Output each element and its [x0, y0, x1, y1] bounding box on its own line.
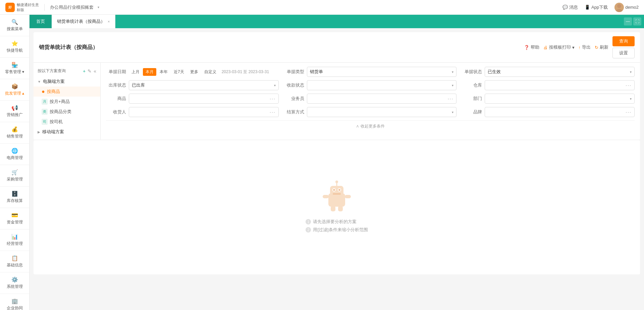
- filter-warehouse: 仓库 ···: [462, 80, 635, 90]
- ecommerce-icon: 🌐: [3, 148, 26, 154]
- date-tab-this-year[interactable]: 本年: [157, 68, 170, 76]
- sidebar-item-operations[interactable]: 📊 经营管理: [0, 229, 29, 251]
- tree-node-by-driver[interactable]: 司 按司机: [34, 117, 100, 127]
- filter-order-status: 单据状态 已生效 ▾: [462, 67, 635, 77]
- print-dropdown-icon[interactable]: ▾: [572, 45, 575, 50]
- avatar: [614, 3, 624, 12]
- svg-point-10: [335, 180, 338, 183]
- sidebar-item-ecommerce[interactable]: 🌐 电商管理: [0, 144, 29, 165]
- sidebar-item-purchase[interactable]: 🛒 采购管理: [0, 165, 29, 187]
- brand-control[interactable]: ···: [485, 107, 635, 117]
- collapse-scheme-icon[interactable]: «: [94, 68, 96, 74]
- filter-date: 单据日期 上月 本月 本年 近7天 更多 自定义: [106, 68, 279, 76]
- order-type-label: 单据类型: [284, 69, 304, 75]
- sidebar-item-marketing[interactable]: 📢 营销推广: [0, 101, 29, 122]
- order-type-control[interactable]: 销货单 ▾: [307, 67, 457, 77]
- filter-receipt-status: 收款状态 ▾: [284, 80, 457, 90]
- query-button[interactable]: 查询: [612, 36, 635, 46]
- help-button[interactable]: ❓ 帮助: [524, 44, 539, 50]
- tab-maximize-button[interactable]: ⛶: [633, 17, 641, 25]
- finance-icon: 💳: [3, 212, 26, 218]
- dept-control[interactable]: ▾: [485, 94, 635, 104]
- export-icon: ↑: [579, 45, 581, 50]
- refresh-button[interactable]: ↻ 刷新: [595, 44, 608, 50]
- right-panel: 单据日期 上月 本月 本年 近7天 更多 自定义: [101, 63, 640, 140]
- filter-order-type: 单据类型 销货单 ▾: [284, 67, 457, 77]
- sidebar-item-inventory[interactable]: 🗄️ 库存核算: [0, 187, 29, 208]
- date-tab-more[interactable]: 更多: [187, 68, 201, 76]
- tab-home[interactable]: 首页: [30, 15, 52, 28]
- filter-row-4: 收货人 ··· 结算方式 ▾: [106, 107, 635, 117]
- sidebar-item-wholesale[interactable]: 📦 批发管理 ▴: [0, 79, 29, 101]
- export-button[interactable]: ↑ 导出: [579, 44, 591, 50]
- add-scheme-icon[interactable]: +: [83, 68, 86, 74]
- tab-close-icon[interactable]: ×: [108, 19, 110, 23]
- page-title: 销货单统计表（按商品）: [39, 44, 98, 51]
- tree-node-by-goods[interactable]: ● 按商品: [34, 87, 100, 97]
- sidebar-item-sales[interactable]: 💰 销售管理: [0, 122, 29, 144]
- message-icon: 💬: [562, 5, 568, 10]
- goods-label: 商品: [106, 96, 126, 102]
- salesperson-control[interactable]: ···: [307, 94, 457, 104]
- sidebar-item-quick-nav[interactable]: ⭐ 快捷导航: [0, 36, 29, 58]
- print-button[interactable]: 🖨 按模板打印 ▾: [543, 44, 575, 50]
- collapse-bar[interactable]: ∧ 收起更多条件: [106, 120, 635, 132]
- date-tab-7days[interactable]: 近7天: [171, 68, 187, 76]
- node-icon-category: 类: [42, 109, 48, 115]
- settings-button[interactable]: 设置: [612, 48, 635, 58]
- page-content: 销货单统计表（按商品） ❓ 帮助 🖨 按模板打印 ▾ ↑: [30, 28, 644, 310]
- order-status-control[interactable]: 已生效 ▾: [485, 67, 635, 77]
- tip-num-2: 2: [306, 227, 311, 232]
- tree-node-by-month-goods[interactable]: 月 按月+商品: [34, 97, 100, 107]
- goods-control[interactable]: ···: [129, 94, 279, 104]
- messages-button[interactable]: 💬 消息: [562, 4, 578, 10]
- logo-icon: 好: [5, 3, 15, 12]
- tab-minimize-button[interactable]: —: [624, 17, 632, 25]
- enterprise-icon: 🏢: [3, 298, 26, 304]
- svg-rect-14: [338, 206, 343, 211]
- edit-scheme-icon[interactable]: ✎: [88, 68, 92, 74]
- sidebar-item-search[interactable]: 🔍 搜索菜单: [0, 15, 29, 36]
- brand-dots: ···: [626, 109, 632, 115]
- tree-expand-icon: ▼: [38, 80, 41, 84]
- header-left: 好 畅捷通好生意 标版 办公用品行业模拟账套 ▾: [5, 2, 99, 12]
- sidebar-item-finance[interactable]: 💳 资金管理: [0, 208, 29, 229]
- node-icon-month: 月: [42, 99, 48, 105]
- receiver-dots: ···: [270, 109, 276, 115]
- receiver-control[interactable]: ···: [129, 107, 279, 117]
- header-divider: [44, 4, 45, 11]
- sidebar-item-enterprise[interactable]: 🏢 企业协同: [0, 294, 29, 310]
- content-area: 首页 销货单统计表（按商品） × — ⛶ 销货单统计表（按商品） ❓: [30, 15, 644, 310]
- date-tab-this-month[interactable]: 本月: [143, 68, 156, 76]
- user-menu[interactable]: demo2: [614, 3, 639, 12]
- tab-bar: 首页 销货单统计表（按商品） × — ⛶: [30, 15, 644, 28]
- out-status-arrow: ▾: [274, 84, 276, 87]
- empty-tip-2: 2 用[过滤]条件来缩小分析范围: [306, 227, 368, 233]
- settlement-control[interactable]: ▾: [307, 107, 457, 117]
- warehouse-control[interactable]: ···: [485, 80, 635, 90]
- inventory-icon: 🗄️: [3, 191, 26, 197]
- filter-out-status: 出库状态 已出库 ▾: [106, 80, 279, 90]
- sidebar-item-basic[interactable]: 📋 基础信息: [0, 251, 29, 272]
- sidebar-item-system[interactable]: ⚙️ 系统管理: [0, 272, 29, 294]
- app-dropdown-icon[interactable]: ▾: [98, 5, 99, 9]
- svg-rect-13: [331, 206, 335, 211]
- left-panel-icons: + ✎ «: [83, 68, 96, 74]
- operations-icon: 📊: [3, 234, 26, 240]
- tab-active[interactable]: 销货单统计表（按商品） ×: [52, 15, 115, 28]
- marketing-icon: 📢: [3, 105, 26, 111]
- app-name: 办公用品行业模拟账套: [50, 4, 94, 10]
- out-status-control[interactable]: 已出库 ▾: [129, 80, 279, 90]
- date-tab-last-month[interactable]: 上月: [129, 68, 142, 76]
- filter-row-1: 单据日期 上月 本月 本年 近7天 更多 自定义: [106, 67, 635, 77]
- tree-node-by-category[interactable]: 类 按商品分类: [34, 107, 100, 117]
- receipt-status-control[interactable]: ▾: [307, 80, 457, 90]
- print-icon: 🖨: [543, 45, 548, 50]
- empty-state: 1 请先选择要分析的方案 2 用[过滤]条件来缩小分析范围: [34, 140, 640, 274]
- active-node-icon: ●: [42, 89, 45, 95]
- sidebar-item-retail[interactable]: 🏪 零售管理 ▾: [0, 58, 29, 79]
- filter-layout: 按以下方案查询 + ✎ « ▼ 电脑端方案 ●: [34, 63, 640, 140]
- app-download-button[interactable]: 📱 App下载: [585, 4, 608, 10]
- date-tab-custom[interactable]: 自定义: [202, 68, 219, 76]
- left-panel: 按以下方案查询 + ✎ « ▼ 电脑端方案 ●: [34, 63, 101, 140]
